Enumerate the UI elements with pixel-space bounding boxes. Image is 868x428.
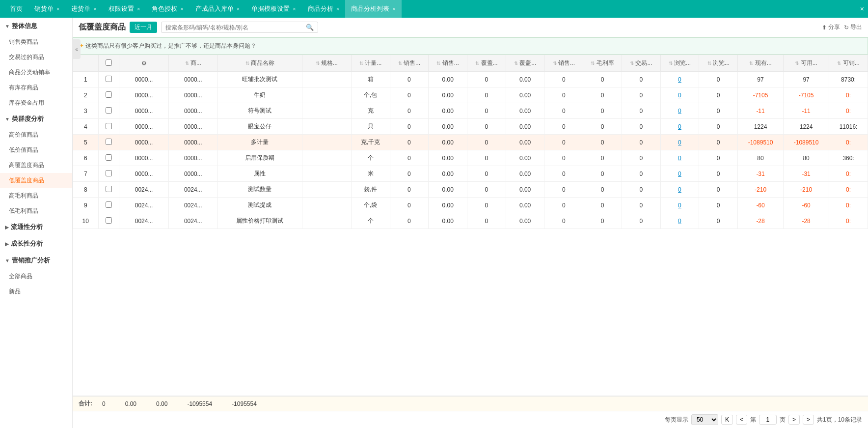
table-row[interactable]: 8 0024... 0024... 测试数量 袋,件 0 0.00 0 0.00…	[73, 182, 868, 198]
nav-product-analysis-list[interactable]: 商品分析列表 ×	[345, 0, 401, 18]
nav-template[interactable]: 单据模板设置 ×	[245, 0, 301, 18]
nav-role[interactable]: 角色授权 ×	[146, 0, 189, 18]
cell-browse1[interactable]: 0	[660, 198, 699, 213]
sidebar-item-high-coverage[interactable]: 高覆盖度商品	[0, 158, 72, 173]
nav-sales[interactable]: 销货单 ×	[28, 0, 65, 18]
row-checkbox[interactable]	[106, 217, 112, 224]
sidebar-item-high-value[interactable]: 高价值商品	[0, 127, 72, 143]
sidebar-item-stocked-goods[interactable]: 有库存商品	[0, 80, 72, 95]
search-icon[interactable]: 🔍	[306, 24, 314, 31]
cell-browse1[interactable]: 0	[660, 182, 699, 198]
nav-close-icon[interactable]: ×	[180, 0, 183, 18]
sidebar-group-marketing[interactable]: ▼ 营销推广分析	[0, 252, 72, 269]
table-row[interactable]: 5 0000... 0000... 多计量 克,千克 0 0.00 0 0.00…	[73, 135, 868, 150]
col-header-check[interactable]	[98, 55, 119, 72]
nav-close-icon[interactable]: ×	[392, 0, 395, 18]
col-header-sold[interactable]: ⇅ 销售...	[544, 55, 583, 72]
sidebar-item-low-coverage[interactable]: 低覆盖度商品	[0, 173, 72, 188]
sidebar-item-category-rate[interactable]: 商品分类动销率	[0, 65, 72, 80]
nav-close-icon[interactable]: ×	[293, 0, 296, 18]
cell-check[interactable]	[98, 135, 119, 150]
select-all-checkbox[interactable]	[106, 59, 112, 66]
cell-browse1[interactable]: 0	[660, 150, 699, 166]
table-row[interactable]: 6 0000... 0000... 启用保质期 个 0 0.00 0 0.00 …	[73, 150, 868, 166]
cell-check[interactable]	[98, 198, 119, 213]
col-header-tx[interactable]: ⇅ 交易...	[622, 55, 660, 72]
col-header-current[interactable]: ⇅ 现有...	[738, 55, 784, 72]
sidebar-group-overall[interactable]: ▼ 整体信息	[0, 18, 72, 34]
table-row[interactable]: 2 0000... 0000... 牛奶 个,包 0 0.00 0 0.00 0…	[73, 87, 868, 103]
sidebar-item-low-value[interactable]: 低价值商品	[0, 143, 72, 158]
col-header-avail[interactable]: ⇅ 可用...	[784, 55, 829, 72]
first-page-button[interactable]: K	[721, 415, 733, 425]
col-header-sales-qty[interactable]: ⇅ 销售...	[390, 55, 429, 72]
table-row[interactable]: 10 0024... 0024... 属性价格打印测试 个 0 0.00 0 0…	[73, 213, 868, 229]
col-header-cov2[interactable]: ⇅ 覆盖...	[506, 55, 544, 72]
table-row[interactable]: 7 0000... 0000... 属性 米 0 0.00 0 0.00 0 0…	[73, 166, 868, 182]
row-checkbox[interactable]	[106, 170, 112, 176]
cell-check[interactable]	[98, 72, 119, 87]
col-header-code[interactable]: ⇅ 商...	[168, 55, 217, 72]
cell-browse1[interactable]: 0	[660, 72, 699, 87]
table-row[interactable]: 9 0024... 0024... 测试提成 个,袋 0 0.00 0 0.00…	[73, 198, 868, 213]
page-number-input[interactable]	[759, 415, 777, 425]
sidebar-item-new-goods[interactable]: 新品	[0, 284, 72, 299]
nav-close-icon[interactable]: ×	[336, 0, 339, 18]
col-header-cov1[interactable]: ⇅ 覆盖...	[467, 55, 506, 72]
row-checkbox[interactable]	[106, 91, 112, 98]
sidebar-item-all-goods[interactable]: 全部商品	[0, 269, 72, 284]
page-size-select[interactable]: 50 100 200	[691, 414, 718, 425]
share-button[interactable]: ⬆ 分享	[822, 23, 840, 31]
col-header-unit[interactable]: ⇅ 计量...	[351, 55, 390, 72]
cell-browse1[interactable]: 0	[660, 135, 699, 150]
search-input[interactable]	[165, 24, 306, 31]
nav-product-entry[interactable]: 产成品入库单 ×	[190, 0, 245, 18]
sidebar-group-circulation[interactable]: ▶ 流通性分析	[0, 219, 72, 235]
nav-close-icon[interactable]: ×	[93, 0, 96, 18]
sidebar-group-cluster[interactable]: ▼ 类群度分析	[0, 111, 72, 127]
table-row[interactable]: 3 0000... 0000... 符号测试 克 0 0.00 0 0.00 0…	[73, 103, 868, 119]
table-row[interactable]: 4 0000... 0000... 眼宝公仔 只 0 0.00 0 0.00 0…	[73, 119, 868, 135]
cell-check[interactable]	[98, 182, 119, 198]
gear-icon[interactable]: ⚙	[141, 60, 147, 67]
row-checkbox[interactable]	[106, 201, 112, 208]
nav-home[interactable]: 首页	[4, 0, 28, 18]
nav-product-analysis[interactable]: 商品分析 ×	[302, 0, 345, 18]
last-page-button[interactable]: >	[803, 415, 814, 425]
col-header-browse2[interactable]: ⇅ 浏览...	[699, 55, 738, 72]
row-checkbox[interactable]	[106, 76, 112, 82]
col-header-name[interactable]: ⇅ 商品名称	[217, 55, 302, 72]
cell-check[interactable]	[98, 150, 119, 166]
cell-check[interactable]	[98, 87, 119, 103]
sidebar-item-sales-goods[interactable]: 销售类商品	[0, 34, 72, 50]
nav-close-icon[interactable]: ×	[237, 0, 240, 18]
cell-browse1[interactable]: 0	[660, 103, 699, 119]
nav-close-icon[interactable]: ×	[56, 0, 59, 18]
col-header-sales-amt[interactable]: ⇅ 销售...	[429, 55, 467, 72]
cell-browse1[interactable]: 0	[660, 166, 699, 182]
nav-purchase[interactable]: 进货单 ×	[65, 0, 102, 18]
row-checkbox[interactable]	[106, 139, 112, 145]
cell-check[interactable]	[98, 119, 119, 135]
sidebar-item-high-margin[interactable]: 高毛利商品	[0, 188, 72, 203]
col-header-browse1[interactable]: ⇅ 浏览...	[660, 55, 699, 72]
sidebar-item-traded-goods[interactable]: 交易过的商品	[0, 50, 72, 65]
col-header-spec[interactable]: ⇅ 规格...	[302, 55, 351, 72]
row-checkbox[interactable]	[106, 123, 112, 129]
cell-check[interactable]	[98, 103, 119, 119]
col-header-gear[interactable]: ⚙	[119, 55, 168, 72]
cell-browse1[interactable]: 0	[660, 87, 699, 103]
sidebar-collapse-button[interactable]: «	[73, 39, 81, 59]
export-button[interactable]: ↻ 导出	[844, 23, 862, 31]
filter-recent-month-button[interactable]: 近一月	[130, 22, 157, 33]
sidebar-group-growth[interactable]: ▶ 成长性分析	[0, 235, 72, 252]
row-checkbox[interactable]	[106, 186, 112, 192]
col-header-gross[interactable]: ⇅ 毛利率	[583, 55, 622, 72]
sidebar-item-low-margin[interactable]: 低毛利商品	[0, 203, 72, 219]
table-row[interactable]: 1 0000... 0000... 旺辅批次测试 箱 0 0.00 0 0.00…	[73, 72, 868, 87]
col-header-saleable[interactable]: ⇅ 可销...	[829, 55, 868, 72]
cell-check[interactable]	[98, 213, 119, 229]
close-all-tabs-button[interactable]: ×	[860, 5, 864, 13]
nav-close-icon[interactable]: ×	[137, 0, 140, 18]
nav-permission[interactable]: 权限设置 ×	[103, 0, 146, 18]
